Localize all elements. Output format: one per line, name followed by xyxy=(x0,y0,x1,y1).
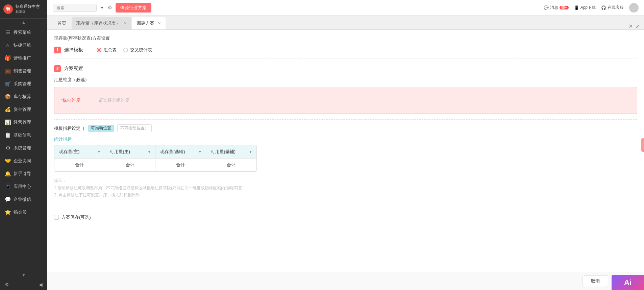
message-icon: 💬 xyxy=(544,5,549,10)
dim-divider xyxy=(54,119,637,120)
header-cell-avail-main[interactable]: 可用量(主) ▾ xyxy=(105,145,156,158)
new-guide-icon: 🔔 xyxy=(5,171,11,177)
tab-home[interactable]: 首页 xyxy=(53,17,71,29)
header-cell-stock-sub[interactable]: 现存量(基辅) ▾ xyxy=(155,145,206,158)
member-icon: ⭐ xyxy=(5,209,11,215)
sidebar-item-new-guide[interactable]: 🔔 新手引导 xyxy=(0,167,47,180)
message-button[interactable]: 💬 消息 99+ xyxy=(544,5,569,10)
section2-num: 2 xyxy=(54,65,61,72)
topbar-search-input[interactable] xyxy=(53,4,97,12)
online-service-button[interactable]: 🎧 在线客服 xyxy=(601,5,624,10)
headset-icon: 🎧 xyxy=(601,5,606,10)
sidebar-item-label: 畅会员 xyxy=(14,209,27,215)
sidebar-item-search-menu[interactable]: ☰ 搜索菜单 xyxy=(0,26,47,39)
gear-icon[interactable]: ⚙ xyxy=(107,4,112,11)
sidebar-item-label: 新手引导 xyxy=(14,171,31,177)
header-stock-main-label: 现存量(主) xyxy=(59,149,80,155)
save-option[interactable]: 方案保存(可选) xyxy=(54,214,637,220)
sidebar-item-operations[interactable]: 📊 经营管理 xyxy=(0,116,47,129)
body-cell-0-0: 合计 xyxy=(54,158,105,171)
section1-header: 1 选择模板 汇总表 交叉统计表 xyxy=(54,47,637,53)
topbar-dropdown-button[interactable]: ▼ xyxy=(100,5,104,10)
sidebar-item-sales[interactable]: 💼 销售管理 xyxy=(0,65,47,77)
template-options: 汇总表 交叉统计表 xyxy=(97,47,152,53)
sidebar-item-inventory[interactable]: 📦 库存核算 xyxy=(0,90,47,103)
sidebar-item-member[interactable]: ⭐ 畅会员 xyxy=(0,206,47,219)
sidebar-scroll-up[interactable]: ▲ xyxy=(0,19,47,26)
sidebar-item-quick-nav[interactable]: ⌂ 快捷导航 xyxy=(0,39,47,52)
sidebar-item-label: 快捷导航 xyxy=(14,42,31,48)
topbar-right: 💬 消息 99+ 📱 App下载 🎧 在线客服 xyxy=(544,3,639,13)
sidebar-item-finance[interactable]: 💰 资金管理 xyxy=(0,103,47,116)
sidebar-item-label: 采购管理 xyxy=(14,81,31,87)
tab-inventory-status[interactable]: 现存量（库存状况表） ✕ xyxy=(72,17,131,29)
sidebar-nav: ☰ 搜索菜单 ⌂ 快捷导航 🎁 营销推广 💼 销售管理 🛒 采购管理 📦 库存核… xyxy=(0,26,47,271)
ai-badge[interactable]: Ai xyxy=(612,275,644,290)
summary-dim-label: 汇总维度（必选） xyxy=(54,77,637,83)
phone-icon: 📱 xyxy=(574,5,579,10)
body-cell-0-2: 合计 xyxy=(155,158,206,171)
dimension-placeholder[interactable]: 请选择分组维度 xyxy=(99,97,129,103)
quick-nav-icon: ⌂ xyxy=(5,42,11,48)
app-logo: 畅 畅康通好生意 标准版 xyxy=(0,0,47,19)
indicator-settings-label: 模板指标设定（ xyxy=(54,125,85,131)
radio-cross-label: 交叉统计表 xyxy=(130,47,152,53)
chevron-down-icon[interactable]: ▾ xyxy=(250,150,252,154)
footer: 取消 查询 xyxy=(47,272,644,290)
section-choose-template: 1 选择模板 汇总表 交叉统计表 xyxy=(54,47,637,58)
app-download-button[interactable]: 📱 App下载 xyxy=(574,5,596,10)
close-panel-icon[interactable]: ✕ xyxy=(628,23,633,29)
radio-summary-table[interactable]: 汇总表 xyxy=(97,47,117,53)
sidebar-item-label: 系统管理 xyxy=(14,145,31,151)
sidebar-item-system[interactable]: ⚙ 系统管理 xyxy=(0,142,47,154)
main-area: ▼ ⚙ 体验行业方案 💬 消息 99+ 📱 App下载 🎧 在线客服 首页 现存… xyxy=(47,0,644,290)
stats-table: 现存量(主) ▾ 可用量(主) ▾ 现存量(基辅) ▾ 可用量(基辅) xyxy=(54,145,257,172)
sales-icon: 💼 xyxy=(5,68,11,74)
section-plan-config: 2 方案配置 汇总维度（必选） *纵向维度 —— 请选择分组维度 模板指标设定（… xyxy=(54,65,637,199)
wechat-icon: 💬 xyxy=(5,196,11,202)
cancel-button[interactable]: 取消 xyxy=(583,275,608,287)
tips-section: 提示： 1.拖动标题栏可以调整布局，不可跨维度或指标区域拖动栏目字段(只能在同一… xyxy=(54,177,637,199)
sidebar-item-marketing[interactable]: 🎁 营销推广 xyxy=(0,52,47,65)
chevron-down-icon[interactable]: ▾ xyxy=(199,150,201,154)
tab-new-plan[interactable]: 新建方案 ✕ xyxy=(132,17,166,29)
sidebar-item-wechat[interactable]: 💬 企业微信 xyxy=(0,193,47,206)
system-icon: ⚙ xyxy=(5,145,11,151)
sidebar-item-enterprise[interactable]: 🤝 企业协同 xyxy=(0,154,47,167)
header-cell-avail-sub[interactable]: 可用量(基辅) ▾ xyxy=(206,145,257,158)
save-checkbox[interactable] xyxy=(54,215,59,220)
header-avail-sub-label: 可用量(基辅) xyxy=(211,149,236,155)
tab-new-plan-close[interactable]: ✕ xyxy=(158,21,161,26)
purchase-icon: 🛒 xyxy=(5,81,11,87)
sidebar-item-label: 销售管理 xyxy=(14,68,31,74)
header-cell-stock-main[interactable]: 现存量(主) ▾ xyxy=(54,145,105,158)
dimension-required-label: *纵向维度 xyxy=(61,97,80,103)
topbar: ▼ ⚙ 体验行业方案 💬 消息 99+ 📱 App下载 🎧 在线客服 xyxy=(47,0,644,16)
dimension-box: *纵向维度 —— 请选择分组维度 xyxy=(54,87,637,114)
user-avatar[interactable] xyxy=(629,3,639,13)
sidebar-item-basic-info[interactable]: 📋 基础信息 xyxy=(0,129,47,142)
sidebar-scroll-down[interactable]: ▼ xyxy=(0,271,47,279)
resize-handle[interactable] xyxy=(641,138,644,152)
industry-solution-button[interactable]: 体验行业方案 xyxy=(116,3,151,13)
sidebar-item-label: 经营管理 xyxy=(14,119,31,125)
logo-icon: 畅 xyxy=(3,4,13,14)
settings-icon[interactable]: ⚙ xyxy=(5,282,9,287)
radio-cross-table[interactable]: 交叉统计表 xyxy=(123,47,152,53)
message-label: 消息 xyxy=(550,5,558,10)
tip-item-1: 2. 点击标题栏下拉可设置排序、插入列和删除列 xyxy=(54,192,637,199)
body-cell-0-3: 合计 xyxy=(206,158,257,171)
sidebar-item-label: 资金管理 xyxy=(14,106,31,113)
expand-icon[interactable]: ⤢ xyxy=(636,23,640,29)
sidebar-item-app-center[interactable]: 📱 应用中心 xyxy=(0,180,47,193)
message-badge: 99+ xyxy=(560,6,569,9)
tab-inventory-status-close[interactable]: ✕ xyxy=(124,21,127,26)
save-option-label: 方案保存(可选) xyxy=(61,214,91,220)
chevron-down-icon[interactable]: ▾ xyxy=(148,150,150,154)
sidebar-item-purchase[interactable]: 🛒 采购管理 xyxy=(0,77,47,90)
section2-header: 2 方案配置 xyxy=(54,65,637,72)
audio-icon[interactable]: ◀ xyxy=(39,282,43,287)
radio-summary-label: 汇总表 xyxy=(103,47,117,53)
chevron-down-icon[interactable]: ▾ xyxy=(98,150,100,154)
service-label: 在线客服 xyxy=(608,5,624,10)
